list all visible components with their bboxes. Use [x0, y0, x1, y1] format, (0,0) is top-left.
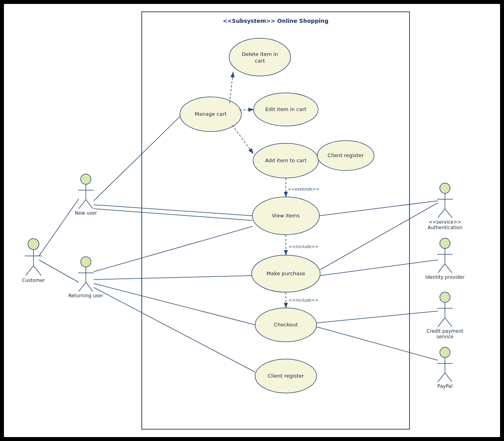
manage-cart-label: Manage cart [195, 111, 226, 117]
identity-provider-label: Identity provider [425, 274, 465, 280]
svg-point-15 [81, 257, 91, 267]
svg-point-35 [440, 347, 450, 358]
client-register-bottom-label: Client register [268, 373, 304, 379]
credit-payment-label2: service [437, 334, 454, 339]
returning-user-label: Returning user [69, 293, 103, 298]
extends-label: <<extends>> [287, 187, 320, 192]
make-purchase-label: Make purchase [267, 271, 305, 276]
delete-item-label: Delete item in [242, 51, 278, 57]
delete-item-label2: cart [255, 58, 265, 64]
svg-point-20 [440, 183, 450, 193]
add-item-label: Add item to cart [265, 158, 307, 163]
checkout-label: Checkout [274, 322, 298, 328]
include-label-2: <<include>> [288, 298, 319, 303]
include-label-1: <<include>> [288, 244, 319, 249]
subsystem-title: <<Subsystem>> Online Shopping [223, 18, 329, 24]
client-register-top-label: Client register [328, 152, 364, 158]
svg-point-5 [28, 239, 39, 250]
authentication-label: <<service>> [428, 219, 461, 225]
svg-point-10 [81, 174, 91, 184]
authentication-label2: Authentication [428, 225, 462, 230]
credit-payment-label: Credit payment [426, 328, 463, 334]
new-user-label: New user [75, 210, 97, 216]
paypal-label: PayPal [437, 384, 453, 389]
svg-point-25 [440, 238, 450, 248]
edit-item-label: Edit item in cart [265, 106, 306, 112]
view-items-label: View items [272, 213, 300, 219]
customer-label: Customer [22, 278, 45, 283]
delete-item-ellipse [229, 38, 291, 76]
svg-point-30 [440, 292, 450, 302]
